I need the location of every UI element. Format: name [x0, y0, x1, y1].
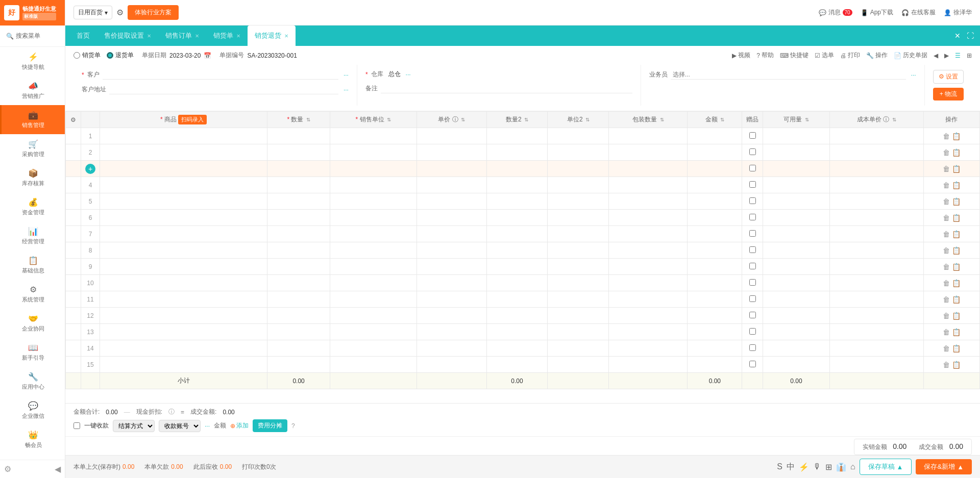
row-8-qty2[interactable]	[486, 242, 548, 259]
row-1-pkg-qty[interactable]	[609, 128, 688, 144]
row-13-product[interactable]	[100, 324, 267, 340]
row-11-unit2[interactable]	[548, 291, 609, 308]
tab-sales-note[interactable]: 销货单 ✕	[206, 26, 248, 46]
topbar-gear-icon[interactable]: ⚙	[116, 8, 124, 17]
row-4-gift-checkbox[interactable]	[749, 181, 756, 188]
row-2-qty[interactable]	[267, 144, 330, 161]
print-button[interactable]: 🖨 打印	[840, 51, 860, 60]
row-4-qty2[interactable]	[486, 177, 548, 193]
row-15-amount[interactable]	[688, 357, 742, 373]
sidebar-item-guide[interactable]: 📖 新手引导	[0, 338, 65, 367]
radio-return-input[interactable]	[107, 52, 113, 59]
row-15-product[interactable]	[100, 357, 267, 373]
row-12-price[interactable]	[416, 308, 486, 324]
setting-button[interactable]: ⚙ 设置	[933, 70, 964, 84]
row-7-amount[interactable]	[688, 226, 742, 242]
row-1-qty2[interactable]	[486, 128, 548, 144]
row-15-unit[interactable]	[330, 357, 416, 373]
row-12-unit2[interactable]	[548, 308, 609, 324]
sidebar-item-system[interactable]: ⚙ 系统管理	[0, 280, 65, 309]
row-2-amount[interactable]	[688, 144, 742, 161]
row-6-delete-button[interactable]: 🗑	[942, 213, 951, 223]
row-14-unit[interactable]	[330, 340, 416, 357]
expand-tab-button[interactable]: ⛶	[965, 30, 976, 42]
row-4-pkg-qty[interactable]	[609, 177, 688, 193]
row-6-amount[interactable]	[688, 210, 742, 226]
customer-address-input[interactable]	[109, 85, 338, 94]
row-4-product[interactable]	[100, 177, 267, 193]
row-7-qty2[interactable]	[486, 226, 548, 242]
customer-input[interactable]	[103, 70, 338, 80]
row-7-pkg-qty[interactable]	[609, 226, 688, 242]
row-12-qty2[interactable]	[486, 308, 548, 324]
row-10-unit[interactable]	[330, 275, 416, 291]
sidebar-item-finance[interactable]: 💰 资金管理	[0, 192, 65, 221]
tab-sales-order[interactable]: 销售订单 ✕	[158, 26, 206, 46]
save-draft-button[interactable]: 保存草稿 ▲	[860, 459, 912, 475]
row-7-product[interactable]	[100, 226, 267, 242]
row-14-amount[interactable]	[688, 340, 742, 357]
row-10-copy-button[interactable]: 📋	[951, 278, 962, 288]
row-11-product[interactable]	[100, 291, 267, 308]
one-key-collect-checkbox[interactable]	[74, 422, 80, 429]
row-7-price[interactable]	[416, 226, 486, 242]
row-15-unit2[interactable]	[548, 357, 609, 373]
row-14-delete-button[interactable]: 🗑	[942, 343, 951, 354]
salesperson-input[interactable]	[671, 70, 906, 80]
row-9-copy-button[interactable]: 📋	[951, 262, 962, 272]
row-4-qty[interactable]	[267, 177, 330, 193]
row-13-qty[interactable]	[267, 324, 330, 340]
radio-return[interactable]: 退货单	[107, 51, 134, 60]
row-9-pkg-qty[interactable]	[609, 259, 688, 275]
row-13-amount[interactable]	[688, 324, 742, 340]
row-3-qty2[interactable]	[486, 161, 548, 177]
row-4-delete-button[interactable]: 🗑	[942, 180, 951, 190]
fee-split-button[interactable]: 费用分摊	[253, 419, 287, 432]
row-13-delete-button[interactable]: 🗑	[942, 327, 951, 337]
row-13-price[interactable]	[416, 324, 486, 340]
row-14-unit2[interactable]	[548, 340, 609, 357]
row-14-qty[interactable]	[267, 340, 330, 357]
row-1-unit[interactable]	[330, 128, 416, 144]
row-9-gift-checkbox[interactable]	[749, 263, 756, 269]
row-6-unit[interactable]	[330, 210, 416, 226]
row-15-price[interactable]	[416, 357, 486, 373]
history-button[interactable]: 📄 历史单据	[894, 51, 927, 60]
row-7-qty[interactable]	[267, 226, 330, 242]
row-12-unit[interactable]	[330, 308, 416, 324]
tab-sales-return[interactable]: 销货退货 ✕	[248, 26, 296, 46]
tab-price-settings[interactable]: 售价提取设置 ✕	[97, 26, 158, 46]
shortcut-button[interactable]: ⌨ 快捷键	[780, 51, 808, 60]
row-11-gift-checkbox[interactable]	[749, 295, 756, 302]
module-selector[interactable]: 日用百货 ▾	[74, 6, 112, 19]
row-10-amount[interactable]	[688, 275, 742, 291]
row-6-gift-checkbox[interactable]	[749, 214, 756, 220]
row-5-qty2[interactable]	[486, 193, 548, 210]
online-service-button[interactable]: 🎧 在线客服	[901, 8, 936, 17]
radio-sales-note-input[interactable]	[74, 52, 80, 59]
row-4-unit2[interactable]	[548, 177, 609, 193]
sidebar-item-wechat[interactable]: 💬 企业微信	[0, 396, 65, 425]
trial-button[interactable]: 体验行业方案	[128, 5, 179, 20]
row-3-unit2[interactable]	[548, 161, 609, 177]
video-button[interactable]: ▶ 视频	[732, 51, 750, 60]
account-dots[interactable]: ···	[205, 422, 210, 430]
row-11-amount[interactable]	[688, 291, 742, 308]
row-10-qty[interactable]	[267, 275, 330, 291]
row-8-unit2[interactable]	[548, 242, 609, 259]
row-6-qty2[interactable]	[486, 210, 548, 226]
row-10-pkg-qty[interactable]	[609, 275, 688, 291]
row-14-product[interactable]	[100, 340, 267, 357]
row-1-delete-button[interactable]: 🗑	[942, 131, 951, 141]
row-7-gift-checkbox[interactable]	[749, 230, 756, 237]
row-2-copy-button[interactable]: 📋	[951, 147, 962, 158]
app-download-button[interactable]: 📱 App下载	[861, 8, 893, 17]
row-10-price[interactable]	[416, 275, 486, 291]
row-8-price[interactable]	[416, 242, 486, 259]
operation-button[interactable]: 🔧 操作	[866, 51, 888, 60]
row-2-unit2[interactable]	[548, 144, 609, 161]
row-8-unit[interactable]	[330, 242, 416, 259]
row-7-copy-button[interactable]: 📋	[951, 229, 962, 239]
row-13-unit[interactable]	[330, 324, 416, 340]
save-new-button[interactable]: 保存&新增 ▲	[916, 459, 972, 474]
